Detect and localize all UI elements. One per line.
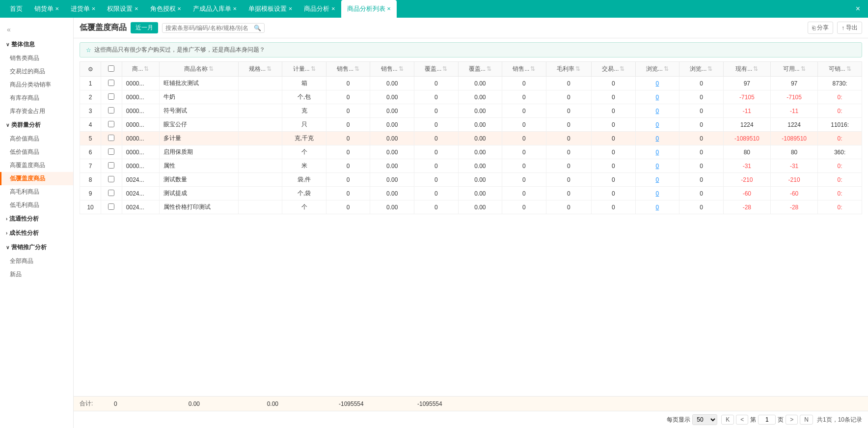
page-number-input[interactable]	[758, 415, 776, 425]
row-checkbox-5[interactable]	[108, 148, 114, 155]
row-checkbox-6[interactable]	[108, 162, 114, 169]
col-settings[interactable]: ⚙	[80, 62, 101, 77]
row-checkbox-cell[interactable]	[101, 132, 122, 145]
col-gross[interactable]: 毛利率⇅	[546, 62, 591, 77]
sidebar-item-stock-capital[interactable]: 库存资金占用	[0, 105, 73, 118]
nav-template[interactable]: 单据模板设置 ×	[243, 0, 298, 18]
col-cov2[interactable]: 覆盖...⇅	[458, 62, 502, 77]
row-name[interactable]: 属性	[160, 159, 239, 173]
row-name[interactable]: 属性价格打印测试	[160, 200, 239, 214]
prev-page-button[interactable]: <	[736, 415, 748, 425]
row-checkbox-cell[interactable]	[101, 77, 122, 90]
nav-permission[interactable]: 权限设置 ×	[101, 0, 144, 18]
col-sales-amt[interactable]: 销售...⇅	[370, 62, 414, 77]
row-name[interactable]: 启用保质期	[160, 145, 239, 159]
row-checkbox-cell[interactable]	[101, 187, 122, 200]
col-spec[interactable]: 规格...⇅	[238, 62, 282, 77]
row-browse1[interactable]: 0	[635, 132, 679, 145]
col-browse1[interactable]: 浏览...⇅	[635, 62, 679, 77]
row-checkbox-2[interactable]	[108, 107, 114, 114]
sidebar-item-low-margin[interactable]: 低毛利商品	[0, 199, 73, 212]
footer-stock: -1095554	[336, 400, 366, 407]
sidebar-item-high-coverage[interactable]: 高覆盖度商品	[0, 159, 73, 172]
sidebar-item-new-goods[interactable]: 新品	[0, 268, 73, 281]
search-input[interactable]	[165, 25, 254, 31]
nav-home[interactable]: 首页	[4, 0, 28, 18]
row-checkbox-cell[interactable]	[101, 159, 122, 173]
sidebar-item-stocked-goods[interactable]: 有库存商品	[0, 91, 73, 105]
nav-sales[interactable]: 销货单 ×	[28, 0, 65, 18]
row-browse1[interactable]: 0	[635, 159, 679, 173]
sidebar-item-high-value[interactable]: 高价值商品	[0, 132, 73, 145]
row-browse1[interactable]: 0	[635, 118, 679, 132]
row-name[interactable]: 符号测试	[160, 104, 239, 118]
col-cov1[interactable]: 覆盖...⇅	[414, 62, 458, 77]
col-sales-qty[interactable]: 销售...⇅	[326, 62, 370, 77]
sidebar-section-group-title[interactable]: ∨ 类群量分析	[0, 118, 73, 132]
row-checkbox-cell[interactable]	[101, 118, 122, 132]
nav-product-analysis[interactable]: 商品分析 ×	[298, 0, 341, 18]
col-unit[interactable]: 计量...⇅	[282, 62, 326, 77]
first-page-button[interactable]: K	[721, 415, 734, 425]
sidebar-item-traded-goods[interactable]: 交易过的商品	[0, 65, 73, 78]
row-checkbox-cell[interactable]	[101, 145, 122, 159]
row-browse1[interactable]: 0	[635, 187, 679, 200]
row-browse1[interactable]: 0	[635, 90, 679, 104]
sidebar-section-growth-title[interactable]: › 成长性分析	[0, 226, 73, 240]
col-stock[interactable]: 现有...⇅	[723, 62, 770, 77]
row-browse1[interactable]: 0	[635, 104, 679, 118]
page-size-select[interactable]: 20 50 100	[692, 414, 717, 425]
row-browse1[interactable]: 0	[635, 77, 679, 90]
select-all-checkbox[interactable]	[108, 65, 114, 72]
col-saleable[interactable]: 可销...⇅	[818, 62, 862, 77]
export-button[interactable]: ↑ 导出	[837, 22, 862, 34]
row-checkbox-0[interactable]	[108, 80, 114, 86]
row-checkbox-1[interactable]	[108, 93, 114, 100]
row-browse1[interactable]: 0	[635, 200, 679, 214]
sidebar-item-sales-goods[interactable]: 销售类商品	[0, 52, 73, 65]
row-checkbox-3[interactable]	[108, 121, 114, 127]
col-name[interactable]: 商品名称⇅	[160, 62, 239, 77]
row-checkbox-7[interactable]	[108, 176, 114, 182]
sidebar-section-overall-title[interactable]: ∨ 整体信息	[0, 37, 73, 52]
sidebar-collapse-button[interactable]: «	[4, 25, 14, 34]
sidebar-item-category-rate[interactable]: 商品分类动销率	[0, 78, 73, 91]
sidebar-item-high-margin[interactable]: 高毛利商品	[0, 185, 73, 199]
row-checkbox-cell[interactable]	[101, 90, 122, 104]
share-button[interactable]: ⎗ 分享	[808, 22, 833, 34]
row-checkbox-9[interactable]	[108, 203, 114, 210]
row-checkbox-cell[interactable]	[101, 173, 122, 187]
row-name[interactable]: 牛奶	[160, 90, 239, 104]
nav-product-storage[interactable]: 产成品入库单 ×	[187, 0, 243, 18]
search-icon[interactable]: 🔍	[254, 25, 261, 31]
sidebar-item-low-coverage[interactable]: 低覆盖度商品	[0, 172, 73, 185]
row-checkbox-cell[interactable]	[101, 104, 122, 118]
row-checkbox-cell[interactable]	[101, 200, 122, 214]
col-sales-other[interactable]: 销售...⇅	[502, 62, 546, 77]
row-name[interactable]: 眼宝公仔	[160, 118, 239, 132]
col-checkbox[interactable]	[101, 62, 122, 77]
col-trans[interactable]: 交易...⇅	[592, 62, 636, 77]
row-browse1[interactable]: 0	[635, 145, 679, 159]
row-checkbox-8[interactable]	[108, 190, 114, 196]
row-name[interactable]: 旺辅批次测试	[160, 77, 239, 90]
row-checkbox-4[interactable]	[108, 135, 114, 141]
last-page-button[interactable]: N	[800, 415, 813, 425]
col-browse2[interactable]: 浏览...⇅	[679, 62, 724, 77]
nav-purchase[interactable]: 进货单 ×	[65, 0, 101, 18]
row-name[interactable]: 测试数量	[160, 173, 239, 187]
time-filter-button[interactable]: 近一月	[131, 22, 158, 33]
row-name[interactable]: 多计量	[160, 132, 239, 145]
col-avail[interactable]: 可用...⇅	[771, 62, 818, 77]
row-name[interactable]: 测试提成	[160, 187, 239, 200]
sidebar-item-low-value[interactable]: 低价值商品	[0, 145, 73, 159]
sidebar-section-marketing-title[interactable]: ∨ 营销推广分析	[0, 240, 73, 255]
next-page-button[interactable]: >	[786, 415, 798, 425]
nav-product-analysis-list[interactable]: 商品分析列表 ×	[341, 0, 397, 18]
sidebar-section-flow-title[interactable]: › 流通性分析	[0, 212, 73, 226]
col-code[interactable]: 商...⇅	[122, 62, 159, 77]
close-button[interactable]: ×	[852, 4, 864, 13]
sidebar-item-all-goods[interactable]: 全部商品	[0, 255, 73, 268]
row-browse1[interactable]: 0	[635, 173, 679, 187]
nav-role[interactable]: 角色授权 ×	[144, 0, 187, 18]
